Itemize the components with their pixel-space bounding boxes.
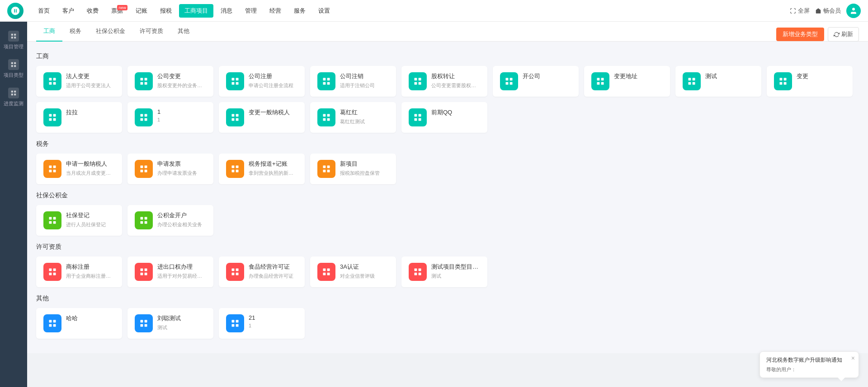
card-测试[interactable]: 测试 [675, 66, 761, 97]
nav-item-报税[interactable]: 报税 [155, 4, 177, 18]
svg-rect-82 [327, 166, 330, 168]
svg-rect-112 [419, 273, 421, 275]
card-3A认证[interactable]: 3A认证对企业信誉评级 [310, 256, 396, 287]
card-1[interactable]: 11 [127, 102, 213, 133]
svg-rect-95 [49, 273, 52, 275]
card-21[interactable]: 211 [219, 308, 305, 339]
logo[interactable] [7, 3, 24, 19]
card-title-text: 申请发票 [157, 160, 206, 168]
card-title-text: 公积金开户 [157, 211, 206, 219]
card-desc-text: 适用于公司变更法人 [66, 82, 115, 89]
nav-item-经营[interactable]: 经营 [264, 4, 287, 18]
card-拉拉[interactable]: 拉拉 [36, 102, 122, 133]
card-icon-测试项目类型目定义 [409, 263, 427, 281]
nav-item-票据[interactable]: 票据new [106, 4, 128, 18]
svg-rect-17 [141, 78, 143, 81]
svg-rect-24 [236, 82, 239, 85]
svg-rect-55 [141, 118, 143, 121]
nav-item-首页[interactable]: 首页 [33, 4, 55, 18]
card-变更地址[interactable]: 变更地址 [584, 66, 670, 97]
section-title-税务: 税务 [36, 140, 859, 148]
nav-item-设置[interactable]: 设置 [313, 4, 335, 18]
nav-item-客户[interactable]: 客户 [57, 4, 80, 18]
card-变更[interactable]: 变更 [767, 66, 853, 97]
card-法人变更[interactable]: 法人变更适用于公司变更法人 [36, 66, 122, 97]
vip-btn[interactable]: 畅会员 [815, 7, 841, 15]
svg-rect-21 [232, 78, 235, 81]
card-desc-text: 对企业信誉评级 [340, 273, 389, 280]
card-食品经营许可证[interactable]: 食品经营许可证办理食品经营许可证 [219, 256, 305, 287]
add-type-button[interactable]: 新增业务类型 [776, 28, 824, 41]
svg-point-0 [852, 8, 855, 10]
card-进出口权办理[interactable]: 进出口权办理适用于对外贸易经营者 [127, 256, 213, 287]
sidebar-item-项目管理[interactable]: 项目管理 [0, 26, 27, 55]
svg-rect-41 [689, 78, 691, 81]
card-刘聪测试[interactable]: 刘聪测试测试 [127, 308, 213, 339]
card-icon-公司注销 [317, 72, 335, 90]
card-公司注销[interactable]: 公司注销适用于注销公司 [310, 66, 396, 97]
card-股权转让[interactable]: 股权转让公司变更需要股权转让 [401, 66, 487, 97]
sub-tab-许可资质[interactable]: 许可资质 [132, 22, 170, 42]
nav-item-工商项目[interactable]: 工商项目 [179, 4, 213, 18]
cards-grid-其他: 哈哈 刘聪测试测试 211 [36, 308, 859, 339]
sub-tab-其他[interactable]: 其他 [170, 22, 197, 42]
card-葛红红[interactable]: 葛红红葛红红测试 [310, 102, 396, 133]
svg-rect-31 [415, 82, 417, 85]
card-开公司[interactable]: 开公司 [493, 66, 579, 97]
card-icon-前期QQ [409, 108, 427, 126]
svg-rect-13 [49, 78, 52, 81]
svg-rect-98 [145, 269, 147, 271]
svg-rect-100 [145, 273, 147, 275]
card-申请发票[interactable]: 申请发票办理申请发票业务 [127, 154, 213, 184]
svg-rect-20 [145, 82, 147, 85]
card-公积金开户[interactable]: 公积金开户办理公积金相关业务 [127, 205, 213, 236]
chat-arrow [838, 378, 845, 381]
svg-rect-101 [232, 269, 235, 271]
card-前期QQ[interactable]: 前期QQ [401, 102, 487, 133]
card-税务报道+记账[interactable]: 税务报道+记账拿到营业执照的新公司 [219, 154, 305, 184]
svg-rect-51 [49, 118, 52, 121]
card-哈哈[interactable]: 哈哈 [36, 308, 122, 339]
card-title-text: 进出口权办理 [157, 263, 206, 271]
card-title-text: 测试项目类型目定义 [431, 263, 480, 271]
card-icon-刘聪测试 [135, 314, 153, 332]
svg-rect-9 [11, 91, 13, 93]
sub-tab-工商[interactable]: 工商 [36, 22, 62, 42]
card-测试项目类型目定义[interactable]: 测试项目类型目定义测试 [401, 256, 487, 287]
card-变更一般纳税人[interactable]: 变更一般纳税人 [219, 102, 305, 133]
card-公司注册[interactable]: 公司注册申请公司注册全流程 [219, 66, 305, 97]
chat-close-button[interactable]: × [851, 354, 855, 362]
svg-rect-116 [53, 324, 56, 327]
svg-rect-79 [232, 170, 235, 173]
svg-rect-70 [53, 166, 56, 168]
sidebar-item-项目类型[interactable]: 项目类型 [0, 55, 27, 83]
nav-item-消息[interactable]: 消息 [215, 4, 238, 18]
svg-rect-99 [141, 273, 143, 275]
nav-item-服务[interactable]: 服务 [288, 4, 311, 18]
refresh-button[interactable]: 刷新 [828, 27, 859, 42]
nav-item-管理[interactable]: 管理 [240, 4, 262, 18]
card-公司变更[interactable]: 公司变更股权变更外的业务变更 [127, 66, 213, 97]
card-desc-text: 用于企业商标注册服务 [66, 273, 115, 280]
card-title-text: 哈哈 [66, 314, 115, 322]
card-社保登记[interactable]: 社保登记进行人员社保登记 [36, 205, 122, 236]
card-title-text: 3A认证 [340, 263, 389, 271]
svg-rect-44 [693, 82, 695, 85]
card-desc-text: 1 [157, 117, 206, 122]
card-title-text: 变更 [797, 72, 845, 80]
card-商标注册[interactable]: 商标注册用于企业商标注册服务 [36, 256, 122, 287]
svg-rect-1 [11, 34, 13, 36]
sub-tab-税务[interactable]: 税务 [62, 22, 89, 42]
card-申请一般纳税人[interactable]: 申请一般纳税人当月或次月成变更完成 [36, 154, 122, 184]
fullscreen-btn[interactable]: 全屏 [790, 7, 810, 15]
section-title-工商: 工商 [36, 52, 859, 61]
avatar[interactable] [846, 4, 861, 18]
svg-rect-10 [14, 91, 16, 93]
sidebar-item-进度监测[interactable]: 进度监测 [0, 83, 27, 112]
svg-rect-93 [49, 269, 52, 271]
card-新项目[interactable]: 新项目报税加税控盘保管 [310, 154, 396, 184]
nav-item-收费[interactable]: 收费 [81, 4, 104, 18]
svg-rect-3 [11, 37, 13, 38]
nav-item-记账[interactable]: 记账 [130, 4, 153, 18]
sub-tab-社保公积金[interactable]: 社保公积金 [89, 22, 132, 42]
